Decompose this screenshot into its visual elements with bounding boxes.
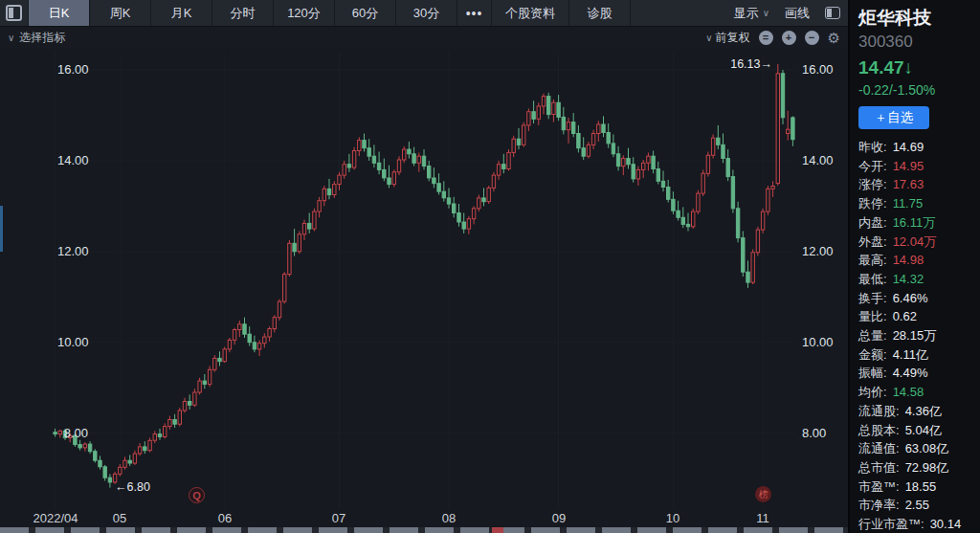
tab-周K[interactable]: 周K [90,0,151,26]
x-tick: 08 [442,511,456,525]
candle [208,366,211,388]
candle [672,191,675,214]
candle [767,186,769,215]
chevron-down-icon: ∨ [8,33,14,43]
draw-line-button[interactable]: 画线 [785,5,810,22]
stat-value: 16.11万 [893,213,936,233]
candle [103,465,106,481]
price-value: 14.47 [858,57,904,78]
candle [497,161,500,180]
tab-月K[interactable]: 月K [151,0,212,26]
tab-日K[interactable]: 日K [29,0,90,26]
candle [83,442,86,452]
x-tick: 11 [756,511,769,525]
candle [756,227,759,256]
candle [283,272,286,303]
candle [781,70,784,124]
candle [338,172,341,190]
y-tick-right: 14.00 [802,153,834,168]
fit-zoom-button[interactable]: = [759,31,773,45]
stat-label: 市净率: [858,496,900,515]
select-indicator-label: 选择指标 [19,30,65,46]
candle [99,455,101,469]
x-tick: 09 [552,511,566,525]
candle [298,232,301,255]
candle [377,152,380,175]
add-watchlist-button[interactable]: ＋自选 [858,106,929,129]
candle [392,169,395,187]
stat-value: 17.63 [893,175,924,194]
tab-个股资料[interactable]: 个股资料 [492,0,569,26]
last-price: 14.47↓ [858,56,980,80]
stat-value: 6.46% [893,289,928,308]
left-scroll-indicator[interactable] [0,206,3,252]
stock-code: 300360 [858,31,980,54]
candle [627,148,630,169]
candle [457,204,460,227]
stats-list: 昨收:14.69今开:14.95涨停:17.63跌停:11.75内盘:16.11… [858,138,980,533]
gear-icon[interactable]: ⚙ [828,31,840,45]
zoom-out-button[interactable]: − [805,31,819,45]
candle [88,441,91,454]
stock-name: 炬华科技 [858,6,980,31]
candle [517,128,520,149]
candle [347,154,350,172]
q-event-badge[interactable]: Q [189,487,205,503]
stat-row: 流通值:63.08亿 [858,439,980,458]
tab-60分[interactable]: 60分 [335,0,396,26]
layout-toggle-button[interactable] [0,0,29,26]
candle [368,139,370,161]
candle [731,169,734,212]
panel-toggle-button[interactable] [825,7,840,19]
candle [686,213,689,232]
y-tick-left: 16.00 [57,62,88,78]
stat-row: 总股本:5.04亿 [858,421,980,440]
candle [711,134,714,158]
candle [472,206,475,224]
candle [138,443,141,455]
candle [288,240,291,277]
candle [173,414,176,428]
kline-chart[interactable] [53,53,795,508]
more-periods-button[interactable]: ••• [457,0,492,26]
stat-value: 72.98亿 [905,458,949,477]
rank-event-badge[interactable]: 榜 [755,486,771,502]
stat-label: 量比: [858,307,887,326]
tab-分时[interactable]: 分时 [212,0,274,26]
candle [507,149,510,170]
tab-30分[interactable]: 30分 [396,0,457,26]
tab-诊股[interactable]: 诊股 [569,0,631,26]
candle [512,136,515,157]
candle [248,326,251,345]
y-tick-left: 12.00 [57,244,88,259]
candle [587,142,590,159]
stat-row: 均价:14.58 [858,383,980,402]
candle [408,142,411,159]
stock-app-window: 日K周K月K分时120分60分30分 ••• 个股资料诊股 显示 ∨ 画线 ∨ [0,0,980,533]
stat-value: 18.55 [905,477,937,497]
tab-120分[interactable]: 120分 [274,0,335,26]
stat-label: 涨停: [858,175,887,194]
stat-label: 最高: [858,251,887,270]
candle [168,416,171,430]
adjust-mode-dropdown[interactable]: ∨ 前复权 [705,30,749,46]
display-dropdown[interactable]: 显示 ∨ [734,5,769,22]
stat-row: 振幅:4.49% [858,364,980,383]
candle [717,125,720,149]
stat-row: 外盘:12.04万 [858,233,980,252]
candle [692,209,695,229]
stat-row: 昨收:14.69 [858,138,980,157]
chevron-down-icon: ∨ [705,33,712,43]
candle [318,197,321,217]
zoom-in-button[interactable]: + [782,31,796,45]
candle [278,300,280,321]
stat-label: 昨收: [858,138,887,157]
candle [572,113,575,137]
candle [228,338,231,352]
candle [467,216,470,234]
candle [612,134,614,157]
select-indicator-dropdown[interactable]: ∨ 选择指标 [8,30,65,46]
candle [383,159,386,182]
candle [622,155,625,175]
down-arrow-icon: ↓ [904,57,914,78]
